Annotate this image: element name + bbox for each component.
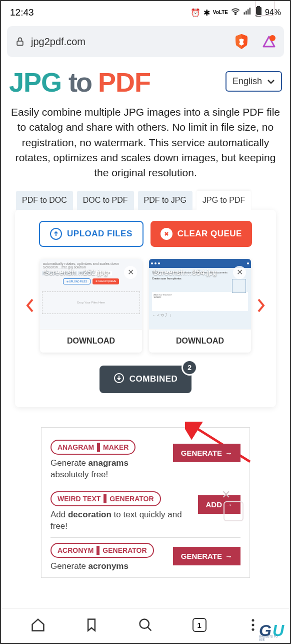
arrow-right-icon: → [225,449,232,457]
language-selector[interactable]: English [226,71,282,92]
ad-item: ✕ WEIRD TEXTGENERATOR Add decoration to … [50,486,240,538]
tab-pdf-to-jpg[interactable]: PDF to JPG [138,191,192,210]
tool-panel: UPLOAD FILES CLEAR QUEUE automatically r… [15,210,276,407]
site-logo: JPG to PDF [9,68,220,97]
file-count-badge: 2 [182,360,198,376]
svg-point-15 [252,623,254,626]
chevron-down-icon [267,76,275,87]
tabs-button[interactable]: 1 [192,617,208,633]
file-remove-button[interactable]: ✕ [124,266,137,279]
tab-pdf-to-doc[interactable]: PDF to DOC [16,191,73,210]
download-button[interactable]: DOWNLOAD [149,329,251,353]
search-button[interactable] [138,617,154,633]
clear-icon [160,228,172,240]
file-card: Quickly crop and clean your photos of re… [149,259,251,353]
svg-point-9 [270,35,276,41]
arrow-right-icon: → [225,552,232,560]
brave-icon[interactable] [234,33,249,50]
ad-item: ACRONYMGENERATOR Generate acronyms GENER… [50,538,240,577]
download-button[interactable]: DOWNLOAD [40,329,142,353]
ad-generate-button[interactable]: GENERATE→ [173,444,240,462]
svg-rect-3 [248,10,248,15]
ad-badge: WEIRD TEXTGENERATOR [50,491,161,506]
bookmark-button[interactable] [84,617,100,633]
address-bar[interactable]: jpg2pdf.com [7,26,284,57]
wifi-icon [231,7,240,18]
svg-point-0 [235,14,236,15]
volte-icon: VoLTE [213,10,228,15]
svg-rect-1 [244,13,244,15]
upload-icon [50,228,62,240]
file-remove-button[interactable]: ✕ [233,266,246,279]
status-time: 12:43 [10,7,34,18]
bluetooth-icon: ✱ [204,8,210,18]
svg-point-13 [140,619,149,628]
language-label: English [232,76,262,87]
clear-queue-button[interactable]: CLEAR QUEUE [150,221,252,247]
gadgets-to-use-watermark: GU GADGETS TO USE [259,621,284,640]
home-button[interactable] [30,617,46,633]
ads-section: ANAGRAMMAKER Generate anagrams absolutel… [41,427,250,578]
combined-download-button[interactable]: COMBINED 2 [100,366,192,393]
svg-rect-2 [246,11,246,15]
lock-icon [15,37,25,47]
browser-bottom-nav: 1 [1,608,290,643]
page-description: Easily combine multiple JPG images into … [1,99,290,191]
page-header: JPG to PDF English [1,62,290,99]
ad-badge: ANAGRAMMAKER [50,440,136,455]
conversion-tabs: PDF to DOC DOC to PDF PDF to JPG JPG to … [1,191,290,210]
svg-point-16 [252,628,254,631]
tab-jpg-to-pdf[interactable]: JPG to PDF [196,191,251,210]
svg-rect-7 [17,41,23,45]
ad-generate-button[interactable]: GENERATE→ [173,547,240,565]
ad-badge: ACRONYMGENERATOR [50,543,154,558]
tab-doc-to-pdf[interactable]: DOC to PDF [77,191,134,210]
file-card: automatically rotates, optimizes and sca… [40,259,142,353]
signal-icon [243,7,252,18]
status-bar: 12:43 ⏰ ✱ VoLTE 94% [1,1,290,21]
carousel-next-button[interactable] [255,295,267,315]
alarm-icon: ⏰ [190,8,200,18]
svg-point-14 [252,619,254,621]
upload-files-button[interactable]: UPLOAD FILES [39,221,144,247]
brave-badge-icon[interactable] [262,35,276,49]
url-text: jpg2pdf.com [31,36,228,48]
carousel-prev-button[interactable] [24,295,36,315]
svg-rect-4 [250,8,250,15]
download-icon [114,373,124,386]
ad-item: ANAGRAMMAKER Generate anagrams absolutel… [50,435,240,486]
